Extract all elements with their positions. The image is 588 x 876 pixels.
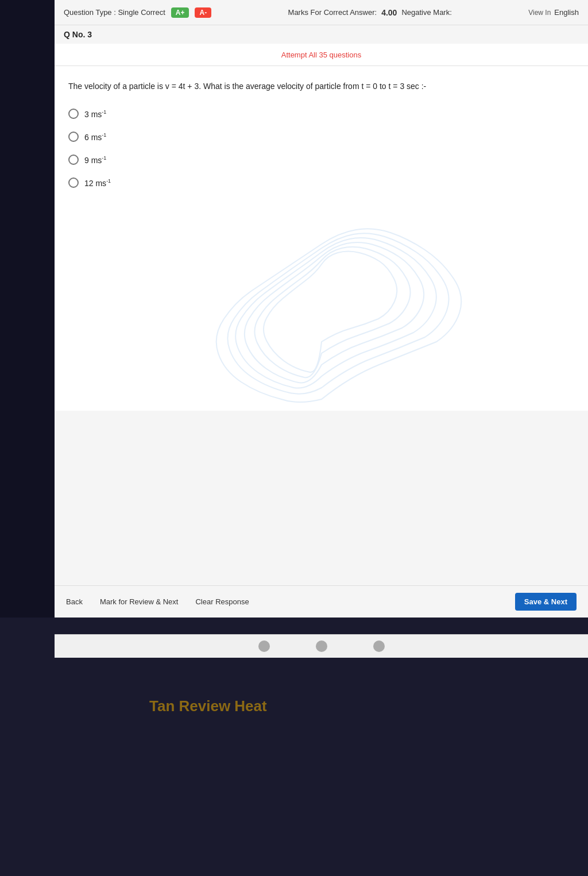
- option-item-1[interactable]: 3 ms-1: [68, 109, 574, 119]
- header-right: View In English: [528, 8, 579, 17]
- option-text-2: 6 ms-1: [84, 132, 106, 142]
- option-text-1: 3 ms-1: [84, 109, 106, 119]
- header-left: Question Type : Single Correct A+ A-: [64, 7, 211, 18]
- question-area: The velocity of a particle is v = 4t + 3…: [55, 66, 588, 411]
- language-label[interactable]: English: [554, 8, 579, 17]
- radio-option-4[interactable]: [68, 177, 79, 188]
- radio-option-2[interactable]: [68, 132, 79, 142]
- tan-review-text: Tan Review Heat: [149, 697, 267, 715]
- save-next-button[interactable]: Save & Next: [515, 593, 577, 611]
- mark-review-button[interactable]: Mark for Review & Next: [100, 597, 179, 606]
- marks-label: Marks For Correct Answer:: [288, 8, 377, 17]
- actions-bar: Back Mark for Review & Next Clear Respon…: [55, 585, 588, 618]
- header-center: Marks For Correct Answer: 4.00 Negative …: [288, 8, 452, 17]
- actions-left: Back Mark for Review & Next Clear Respon…: [66, 597, 249, 606]
- instruction-banner: Attempt All 35 questions: [55, 44, 588, 66]
- clear-response-button[interactable]: Clear Response: [195, 597, 249, 606]
- instruction-text: Attempt All 35 questions: [281, 51, 361, 59]
- option-item-4[interactable]: 12 ms-1: [68, 177, 574, 188]
- nav-dot-left[interactable]: [258, 640, 270, 652]
- option-item-2[interactable]: 6 ms-1: [68, 132, 574, 142]
- marks-value: 4.00: [381, 8, 397, 17]
- tan-review-section: Tan Review Heat: [149, 697, 267, 715]
- option-text-4: 12 ms-1: [84, 178, 111, 188]
- view-in-label: View In: [528, 9, 551, 17]
- badge-plus[interactable]: A+: [171, 7, 189, 18]
- badge-minus[interactable]: A-: [195, 7, 211, 18]
- qno-bar: Q No. 3: [55, 25, 588, 44]
- main-container: Question Type : Single Correct A+ A- Mar…: [55, 0, 588, 618]
- question-number: Q No. 3: [64, 30, 92, 39]
- bottom-nav: [55, 634, 588, 658]
- option-text-3: 9 ms-1: [84, 155, 106, 165]
- back-button[interactable]: Back: [66, 597, 83, 606]
- option-item-3[interactable]: 9 ms-1: [68, 155, 574, 165]
- nav-dot-right[interactable]: [373, 640, 385, 652]
- radio-option-3[interactable]: [68, 155, 79, 165]
- nav-dot-center[interactable]: [316, 640, 327, 652]
- header-bar: Question Type : Single Correct A+ A- Mar…: [55, 0, 588, 25]
- radio-option-1[interactable]: [68, 109, 79, 119]
- options-list: 3 ms-1 6 ms-1 9 ms-1 12 ms-1: [68, 109, 574, 188]
- negative-mark-label: Negative Mark:: [401, 8, 451, 17]
- question-type-label: Question Type : Single Correct: [64, 8, 165, 17]
- question-text: The velocity of a particle is v = 4t + 3…: [68, 80, 574, 92]
